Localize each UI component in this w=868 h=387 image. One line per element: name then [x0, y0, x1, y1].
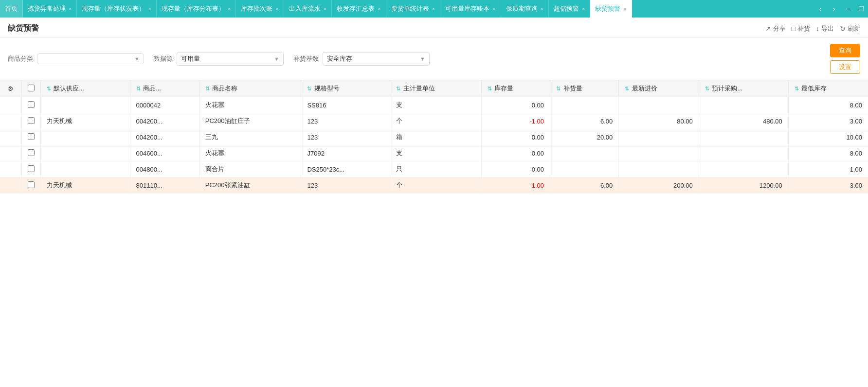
tab-receipt-summary-label: 收发存汇总表 [337, 4, 375, 13]
tab-shortage-close[interactable]: × [623, 6, 626, 12]
tab-xianzun-status[interactable]: 现存量（库存状况表） × [77, 0, 156, 18]
sort-icon-price: ⇅ [625, 86, 629, 91]
datasource-select[interactable]: 可用量 ▼ [177, 52, 284, 66]
row-checkbox[interactable] [28, 165, 35, 172]
tab-xianzun-dist[interactable]: 现存量（库存分布表） × [157, 0, 236, 18]
share-icon: ↗ [765, 25, 771, 33]
replenish-basis-select-text: 安全库存 [327, 54, 416, 63]
tab-overstock[interactable]: 超储预警 × [549, 0, 590, 18]
sort-icon-supplier: ⇅ [47, 86, 51, 91]
share-button[interactable]: ↗ 分享 [765, 24, 786, 33]
row-checkbox[interactable] [28, 101, 35, 108]
replenish-basis-filter-group: 补货基数 安全库存 ▼ [293, 52, 430, 66]
th-default-supplier[interactable]: ⇅ 默认供应... [40, 80, 130, 97]
cell-latest-price [619, 145, 699, 161]
tab-inout-flow[interactable]: 出入库流水 × [284, 0, 332, 18]
th-est-purchase[interactable]: ⇅ 预计采购... [699, 80, 788, 97]
tab-receipt-summary-close[interactable]: × [378, 6, 380, 12]
cell-product-name: 三九 [199, 129, 301, 145]
tab-inout-flow-close[interactable]: × [324, 6, 326, 12]
tab-receipt-summary[interactable]: 收发存汇总表 × [332, 0, 386, 18]
data-table: ⚙ ⇅ 默认供应... ⇅ 商品... ⇅ 商品名称 [0, 80, 868, 194]
replenish-basis-select[interactable]: 安全库存 ▼ [323, 52, 430, 66]
cell-product-code: 004800... [130, 161, 199, 177]
row-checkbox[interactable] [28, 181, 35, 188]
th-latest-price[interactable]: ⇅ 最新进价 [619, 80, 699, 97]
cell-stock: -1.00 [481, 177, 550, 194]
tab-minimize[interactable]: − [841, 0, 854, 18]
tab-xianzun-status-label: 现存量（库存状况表） [82, 4, 145, 13]
datasource-dropdown-icon: ▼ [274, 56, 279, 62]
export-button[interactable]: ↓ 导出 [816, 24, 834, 33]
row-checkbox[interactable] [28, 133, 35, 140]
cell-default-supplier: 力天机械 [40, 113, 130, 129]
tab-scroll-left[interactable]: ‹ [814, 0, 827, 18]
share-label: 分享 [773, 24, 786, 33]
row-gear-cell [0, 97, 21, 113]
tab-available-ledger[interactable]: 可用量库存账本 × [440, 0, 501, 18]
replenish-button[interactable]: □ 补货 [792, 24, 810, 33]
row-gear-cell [0, 113, 21, 129]
page-title: 缺货预警 [8, 23, 39, 34]
cell-unit: 个 [390, 113, 481, 129]
tab-order-stats[interactable]: 要货单统计表 × [386, 0, 440, 18]
th-product-code-label: 商品... [143, 85, 161, 92]
tab-xianzun-status-close[interactable]: × [148, 6, 151, 12]
cell-spec: SS816 [301, 97, 390, 113]
datasource-label: 数据源 [154, 54, 173, 63]
th-unit[interactable]: ⇅ 主计量单位 [390, 80, 481, 97]
tab-lian-huo[interactable]: 拣货异常处理 × [23, 0, 77, 18]
cell-unit: 支 [390, 97, 481, 113]
th-gear[interactable]: ⚙ [0, 80, 21, 97]
tab-home[interactable]: 首页 [0, 0, 23, 18]
select-all-checkbox[interactable] [28, 85, 35, 91]
cell-default-supplier [40, 97, 130, 113]
th-min-stock[interactable]: ⇅ 最低库存 [788, 80, 868, 97]
cell-product-name: PC200油缸庄子 [199, 113, 301, 129]
sort-icon-unit: ⇅ [396, 86, 400, 91]
tab-overstock-label: 超储预警 [554, 4, 579, 13]
tab-xianzun-dist-close[interactable]: × [228, 6, 231, 12]
tab-scroll-right[interactable]: › [827, 0, 841, 18]
tab-kucun-batch-close[interactable]: × [275, 6, 278, 12]
tab-available-ledger-label: 可用量库存账本 [445, 4, 489, 13]
tab-maximize[interactable]: ☐ [854, 0, 868, 18]
cell-product-code: 801110... [130, 177, 199, 194]
sort-icon-est: ⇅ [705, 86, 709, 91]
table-row: 力天机械801110...PC200张紧油缸123个-1.006.00200.0… [0, 177, 868, 194]
cell-product-name: 火花塞 [199, 145, 301, 161]
page-header: 缺货预警 ↗ 分享 □ 补货 ↓ 导出 ↻ 刷新 [0, 18, 868, 38]
cell-latest-price [619, 129, 699, 145]
table-row: 004600...火花塞J7092支0.008.00 [0, 145, 868, 161]
row-checkbox[interactable] [28, 117, 35, 124]
row-checkbox[interactable] [28, 149, 35, 156]
query-button[interactable]: 查询 [830, 44, 860, 57]
tab-overstock-close[interactable]: × [582, 6, 585, 12]
tab-order-stats-close[interactable]: × [432, 6, 435, 12]
th-product-name[interactable]: ⇅ 商品名称 [199, 80, 301, 97]
tab-shortage[interactable]: 缺货预警 × [590, 0, 632, 18]
tab-kucun-batch[interactable]: 库存批次账 × [236, 0, 284, 18]
settings-button[interactable]: 设置 [830, 60, 860, 74]
th-spec[interactable]: ⇅ 规格型号 [301, 80, 390, 97]
cell-min-stock: 3.00 [788, 177, 868, 194]
cell-default-supplier [40, 129, 130, 145]
th-product-code[interactable]: ⇅ 商品... [130, 80, 199, 97]
th-replenish-qty[interactable]: ⇅ 补货量 [550, 80, 619, 97]
category-select[interactable]: ▼ [37, 53, 144, 64]
tab-available-ledger-close[interactable]: × [492, 6, 495, 12]
cell-product-code: 004200... [130, 129, 199, 145]
cell-est-purchase: 480.00 [699, 113, 788, 129]
refresh-button[interactable]: ↻ 刷新 [840, 24, 860, 33]
th-stock[interactable]: ⇅ 库存量 [481, 80, 550, 97]
tab-lian-huo-label: 拣货异常处理 [28, 4, 66, 13]
cell-est-purchase [699, 161, 788, 177]
tab-expiry-query[interactable]: 保质期查询 × [501, 0, 549, 18]
tab-lian-huo-close[interactable]: × [69, 6, 72, 12]
table-header-row: ⚙ ⇅ 默认供应... ⇅ 商品... ⇅ 商品名称 [0, 80, 868, 97]
datasource-filter-group: 数据源 可用量 ▼ [154, 52, 284, 66]
cell-product-code: 004200... [130, 113, 199, 129]
table-container: ⚙ ⇅ 默认供应... ⇅ 商品... ⇅ 商品名称 [0, 80, 868, 194]
tab-expiry-query-close[interactable]: × [541, 6, 543, 12]
replenish-basis-dropdown-icon: ▼ [420, 56, 425, 62]
